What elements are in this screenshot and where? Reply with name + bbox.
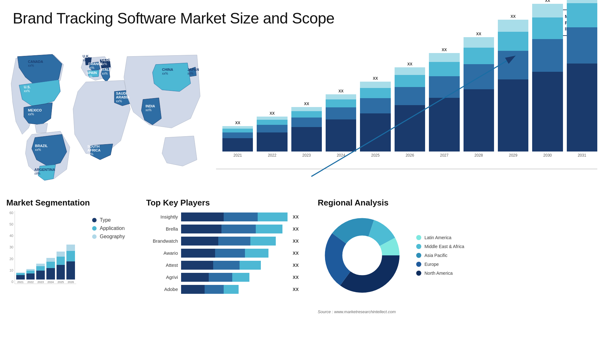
map-section: CANADA xx% U.S. xx% MEXICO xx% BRAZIL xx… — [6, 39, 203, 192]
svg-text:xx%: xx% — [24, 89, 30, 93]
svg-text:U.S.: U.S. — [24, 85, 30, 89]
segmentation-title: Market Segmentation — [6, 198, 127, 208]
segmentation-section: Market Segmentation 60 50 40 30 20 10 0 — [6, 198, 127, 360]
svg-text:xx%: xx% — [116, 99, 122, 103]
player-xx-agrivi: XX — [293, 275, 299, 280]
player-name-awario: Awario — [146, 250, 178, 256]
svg-text:xx%: xx% — [102, 72, 108, 75]
regional-title: Regional Analysis — [318, 198, 604, 208]
legend-latin-america-label: Latin America — [424, 235, 451, 240]
bottom-section: Market Segmentation 60 50 40 30 20 10 0 — [0, 192, 610, 360]
legend-application-dot — [92, 226, 97, 231]
player-name-insightly: Insightly — [146, 214, 178, 219]
player-xx-brandwatch: XX — [293, 239, 299, 244]
svg-text:MEXICO: MEXICO — [28, 108, 42, 112]
player-row-brandwatch: Brandwatch XX — [146, 237, 299, 246]
player-row-brella: Brella XX — [146, 225, 299, 233]
player-name-adobe: Adobe — [146, 286, 178, 292]
legend-geography: Geography — [92, 234, 125, 239]
svg-text:xx%: xx% — [101, 62, 107, 66]
players-section: Top Key Players Insightly XX Brella — [133, 198, 299, 360]
player-xx-adobe: XX — [293, 287, 299, 292]
svg-text:FRANCE: FRANCE — [88, 62, 103, 66]
world-map: CANADA xx% U.S. xx% MEXICO xx% BRAZIL xx… — [6, 39, 203, 185]
legend-north-america: North America — [416, 271, 464, 276]
svg-text:ARGENTINA: ARGENTINA — [34, 168, 55, 172]
player-row-agrivi: Agrivi XX — [146, 273, 299, 282]
svg-text:GERMANY: GERMANY — [101, 58, 119, 62]
player-name-agrivi: Agrivi — [146, 274, 178, 280]
player-row-attest: Attest XX — [146, 261, 299, 270]
svg-text:xx%: xx% — [34, 172, 40, 175]
svg-text:AFRICA: AFRICA — [87, 148, 101, 152]
legend-europe-label: Europe — [424, 262, 439, 267]
svg-text:xx%: xx% — [87, 152, 93, 156]
svg-text:xx%: xx% — [187, 72, 193, 75]
segmentation-legend: Type Application Geography — [92, 217, 125, 239]
legend-type-label: Type — [100, 217, 111, 223]
svg-text:xx%: xx% — [83, 58, 89, 62]
chart-section: // Will render via JS after DOM ready XX… — [203, 39, 604, 192]
svg-text:INDIA: INDIA — [146, 104, 155, 108]
donut-chart — [318, 211, 407, 300]
player-row-insightly: Insightly XX — [146, 212, 299, 221]
svg-text:ARABIA: ARABIA — [116, 95, 130, 99]
svg-text:xx%: xx% — [86, 75, 92, 78]
legend-asia-pacific: Asia Pacific — [416, 253, 464, 258]
legend-geography-label: Geography — [100, 234, 125, 239]
player-name-brandwatch: Brandwatch — [146, 238, 178, 244]
player-name-attest: Attest — [146, 262, 178, 268]
legend-na-label: North America — [424, 271, 453, 276]
legend-geography-dot — [92, 234, 97, 239]
svg-text:ITALY: ITALY — [102, 68, 112, 71]
player-row-awario: Awario XX — [146, 249, 299, 258]
legend-mea-label: Middle East & Africa — [424, 244, 464, 249]
player-xx-attest: XX — [293, 263, 299, 268]
svg-text:xx%: xx% — [28, 64, 34, 67]
svg-text:SAUDI: SAUDI — [116, 91, 127, 95]
svg-text:JAPAN: JAPAN — [187, 68, 199, 71]
svg-text:xx%: xx% — [146, 108, 152, 112]
legend-application-label: Application — [100, 226, 125, 231]
legend-europe-color — [416, 262, 421, 267]
svg-text:xx%: xx% — [28, 112, 34, 116]
legend-type-dot — [92, 218, 97, 222]
page-title: Brand Tracking Software Market Size and … — [13, 10, 335, 27]
player-xx-insightly: XX — [293, 214, 299, 219]
source-text: Source : www.marketresearchintellect.com — [318, 300, 604, 314]
svg-text:xx%: xx% — [162, 72, 168, 75]
legend-apac-label: Asia Pacific — [424, 253, 447, 258]
donut-chart-container: Latin America Middle East & Africa Asia … — [318, 211, 604, 300]
year-2021: 2021 — [234, 153, 242, 158]
top-content: CANADA xx% U.S. xx% MEXICO xx% BRAZIL xx… — [0, 39, 610, 192]
legend-europe: Europe — [416, 262, 464, 267]
legend-type: Type — [92, 217, 125, 223]
legend-latin-america-color — [416, 235, 421, 240]
player-xx-brella: XX — [293, 226, 299, 232]
player-row-adobe: Adobe XX — [146, 285, 299, 294]
legend-mea-color — [416, 244, 421, 249]
svg-text:BRAZIL: BRAZIL — [35, 144, 48, 148]
player-xx-awario: XX — [293, 251, 299, 256]
legend-latin-america: Latin America — [416, 235, 464, 240]
svg-point-41 — [342, 236, 382, 275]
svg-text:SPAIN: SPAIN — [86, 71, 97, 75]
player-name-brella: Brella — [146, 226, 178, 232]
legend-apac-color — [416, 253, 421, 258]
legend-middle-east-africa: Middle East & Africa — [416, 244, 464, 249]
svg-text:SOUTH: SOUTH — [87, 145, 100, 148]
svg-text:CANADA: CANADA — [28, 60, 43, 64]
players-title: Top Key Players — [146, 198, 299, 208]
svg-text:U.K.: U.K. — [83, 54, 90, 58]
legend-application: Application — [92, 226, 125, 231]
legend-na-color — [416, 271, 421, 276]
donut-legend: Latin America Middle East & Africa Asia … — [416, 235, 464, 276]
svg-text:xx%: xx% — [88, 66, 94, 70]
svg-text:CHINA: CHINA — [162, 68, 173, 71]
bar-xx-2021: XX — [235, 121, 240, 125]
svg-text:xx%: xx% — [35, 148, 41, 152]
regional-section: Regional Analysis Latin America — [305, 198, 604, 360]
